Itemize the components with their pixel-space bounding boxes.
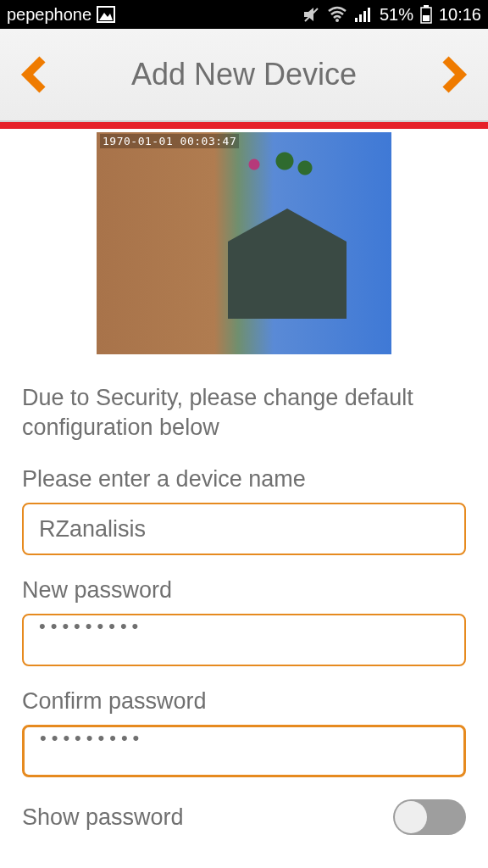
status-bar: pepephone 51% 10:16 (0, 0, 488, 29)
svg-rect-8 (368, 8, 370, 22)
image-icon (97, 6, 115, 23)
security-notice: Due to Security, please change default c… (22, 383, 466, 442)
camera-preview[interactable]: 1970-01-01 00:03:47 (97, 132, 391, 354)
back-button[interactable] (20, 56, 51, 93)
svg-point-4 (336, 19, 339, 22)
confirm-password-input[interactable]: ••••••••• (22, 725, 466, 777)
device-name-input[interactable] (22, 503, 466, 555)
accent-strip (0, 122, 488, 129)
new-password-input[interactable]: ••••••••• (22, 614, 466, 666)
mute-icon (302, 5, 320, 24)
svg-rect-5 (355, 18, 358, 22)
clock-label: 10:16 (439, 5, 481, 25)
signal-icon (354, 6, 373, 23)
page-title: Add New Device (131, 57, 357, 92)
battery-icon (420, 5, 432, 24)
carrier-label: pepephone (7, 5, 92, 25)
toggle-knob (395, 801, 427, 833)
app-header: Add New Device (0, 29, 488, 122)
svg-rect-7 (363, 11, 366, 22)
show-password-label: Show password (22, 804, 184, 831)
new-password-label: New password (22, 577, 466, 604)
forward-button[interactable] (437, 56, 468, 93)
device-name-label: Please enter a device name (22, 466, 466, 492)
confirm-password-label: Confirm password (22, 688, 466, 715)
show-password-toggle[interactable] (393, 799, 466, 835)
camera-preview-area: 1970-01-01 00:03:47 (0, 129, 488, 370)
preview-timestamp: 1970-01-01 00:03:47 (100, 134, 239, 148)
battery-percent: 51% (380, 5, 413, 25)
svg-rect-6 (359, 14, 362, 22)
svg-rect-11 (423, 15, 430, 21)
wifi-icon (327, 6, 347, 23)
svg-marker-1 (99, 13, 113, 20)
